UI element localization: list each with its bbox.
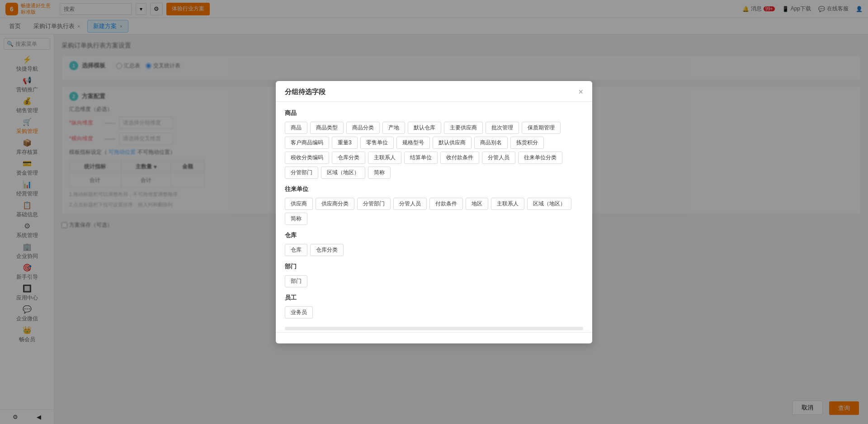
field-chip[interactable]: 主联系人 <box>491 198 524 210</box>
modal-footer <box>276 332 592 343</box>
modal-close-btn[interactable]: × <box>578 87 583 97</box>
field-chip[interactable]: 商品分类 <box>346 122 380 134</box>
field-chip[interactable]: 分管人员 <box>482 152 515 164</box>
field-chip[interactable]: 仓库分类 <box>310 244 344 256</box>
field-chip[interactable]: 产地 <box>382 122 405 134</box>
field-chip[interactable]: 商品 <box>285 122 307 134</box>
modal-header: 分组待选字段 × <box>276 81 592 102</box>
modal-horizontal-scroll <box>276 323 592 332</box>
section-chips-warehouse: 仓库 仓库分类 <box>285 244 583 256</box>
field-chip[interactable]: 保质期管理 <box>522 122 561 134</box>
field-chip[interactable]: 结算单位 <box>404 152 438 164</box>
field-select-modal: 分组待选字段 × 商品 商品 商品类型 商品分类 产地 默认仓库 主要供应商 批… <box>276 81 592 343</box>
field-chip[interactable]: 批次管理 <box>486 122 519 134</box>
field-chip[interactable]: 供应商 <box>285 198 313 210</box>
field-chip[interactable]: 往来单位分类 <box>518 152 562 164</box>
field-chip[interactable]: 拣货积分 <box>510 137 544 149</box>
field-chip[interactable]: 部门 <box>285 275 307 287</box>
field-chip[interactable]: 供应商分类 <box>316 198 354 210</box>
field-chip[interactable]: 主联系人 <box>368 152 401 164</box>
section-title-department: 部门 <box>285 262 583 271</box>
field-chip[interactable]: 重量3 <box>332 137 358 149</box>
modal-title: 分组待选字段 <box>285 88 326 96</box>
field-chip[interactable]: 客户商品编码 <box>285 137 329 149</box>
modal-body: 商品 商品 商品类型 商品分类 产地 默认仓库 主要供应商 批次管理 保质期管理… <box>276 102 592 323</box>
section-chips-partner: 供应商 供应商分类 分管部门 分管人员 付款条件 地区 主联系人 区域（地区） … <box>285 198 583 225</box>
field-chip[interactable]: 区域（地区） <box>527 198 571 210</box>
field-chip[interactable]: 简称 <box>285 213 307 225</box>
field-chip[interactable]: 仓库分类 <box>332 152 365 164</box>
field-chip[interactable]: 零售单位 <box>360 137 394 149</box>
field-chip[interactable]: 默认仓库 <box>408 122 441 134</box>
section-chips-department: 部门 <box>285 275 583 287</box>
field-chip[interactable]: 规格型号 <box>396 137 430 149</box>
field-chip[interactable]: 分管人员 <box>393 198 427 210</box>
field-chip[interactable]: 收付款条件 <box>440 152 479 164</box>
section-title-partner: 往来单位 <box>285 185 583 193</box>
field-chip[interactable]: 商品类型 <box>310 122 344 134</box>
field-chip[interactable]: 商品别名 <box>474 137 508 149</box>
field-chip[interactable]: 税收分类编码 <box>285 152 329 164</box>
section-title-warehouse: 仓库 <box>285 231 583 239</box>
field-chip[interactable]: 默认供应商 <box>433 137 472 149</box>
section-chips-commodity: 商品 商品类型 商品分类 产地 默认仓库 主要供应商 批次管理 保质期管理 客户… <box>285 122 583 179</box>
field-chip[interactable]: 分管部门 <box>357 198 391 210</box>
field-chip[interactable]: 仓库 <box>285 244 307 256</box>
section-title-employee: 员工 <box>285 294 583 302</box>
field-chip[interactable]: 业务员 <box>285 306 313 319</box>
section-chips-employee: 业务员 <box>285 306 583 319</box>
field-chip[interactable]: 主要供应商 <box>444 122 483 134</box>
modal-overlay: 分组待选字段 × 商品 商品 商品类型 商品分类 产地 默认仓库 主要供应商 批… <box>0 0 868 424</box>
field-chip[interactable]: 区域（地区） <box>321 167 365 179</box>
field-chip[interactable]: 简称 <box>368 167 391 179</box>
field-chip[interactable]: 地区 <box>466 198 488 210</box>
field-chip[interactable]: 分管部门 <box>285 167 318 179</box>
field-chip[interactable]: 付款条件 <box>429 198 463 210</box>
section-title-commodity: 商品 <box>285 109 583 117</box>
